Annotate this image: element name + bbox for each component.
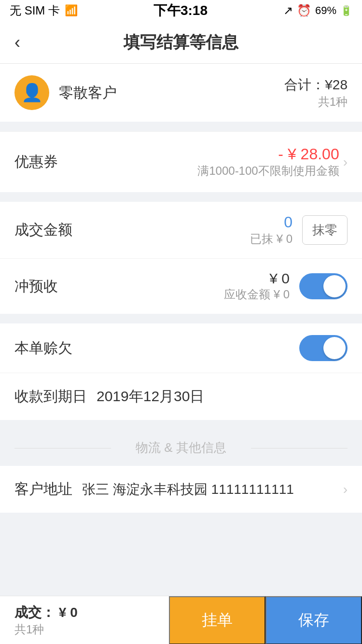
logistics-divider: 物流 & 其他信息 — [0, 430, 362, 466]
nav-bar: ‹ 填写结算等信息 — [0, 21, 362, 64]
credit-row: 本单赊欠 — [0, 323, 362, 373]
coupon-row[interactable]: 优惠券 - ¥ 28.00 满1000-100不限制使用金额 › — [0, 131, 362, 192]
address-left: 客户地址 张三 海淀永丰科技园 11111111111 — [14, 479, 294, 499]
status-left: 无 SIM 卡 📶 — [10, 3, 78, 18]
address-row[interactable]: 客户地址 张三 海淀永丰科技园 11111111111 › — [0, 466, 362, 513]
credit-toggle[interactable] — [299, 335, 348, 361]
prepay-amount: ¥ 0 — [224, 270, 290, 287]
prepay-right: ¥ 0 应收金额 ¥ 0 — [224, 270, 348, 302]
deal-amount-wrapper: 0 已抹 ¥ 0 — [250, 213, 292, 247]
deal-right: 0 已抹 ¥ 0 抹零 — [250, 213, 348, 247]
carrier-label: 无 SIM 卡 — [10, 3, 60, 18]
pending-button[interactable]: 挂单 — [169, 596, 265, 644]
coupon-label: 优惠券 — [14, 152, 58, 172]
credit-toggle-knob — [323, 337, 346, 359]
coupon-right: - ¥ 28.00 满1000-100不限制使用金额 — [197, 145, 339, 179]
due-date-value: 2019年12月30日 — [97, 387, 204, 406]
deal-section: 成交金额 0 已抹 ¥ 0 抹零 冲预收 ¥ 0 应收金额 ¥ 0 — [0, 202, 362, 314]
coupon-section: 优惠券 - ¥ 28.00 满1000-100不限制使用金额 › — [0, 131, 362, 192]
deal-deducted: 已抹 ¥ 0 — [250, 231, 292, 247]
save-button[interactable]: 保存 — [265, 596, 362, 644]
customer-name: 零散客户 — [59, 83, 117, 103]
chevron-right-icon: › — [343, 154, 348, 170]
due-date-label: 收款到期日 — [14, 387, 87, 406]
coupon-amount: - ¥ 28.00 — [197, 145, 339, 163]
coupon-desc: 满1000-100不限制使用金额 — [197, 163, 339, 179]
divider-text: 物流 & 其他信息 — [136, 440, 226, 455]
page-title: 填写结算等信息 — [124, 31, 238, 54]
address-value: 张三 海淀永丰科技园 11111111111 — [82, 480, 294, 499]
customer-row: 👤 零散客户 合计：¥28 共1种 — [0, 64, 362, 122]
customer-left: 👤 零散客户 — [14, 75, 117, 110]
deal-amount-label: 成交金额 — [14, 220, 72, 240]
avatar-icon: 👤 — [21, 83, 43, 103]
battery-label: 69% — [315, 4, 336, 17]
address-label: 客户地址 — [14, 479, 72, 499]
bottom-deal: 成交： ¥ 0 — [14, 603, 154, 622]
avatar: 👤 — [14, 75, 49, 110]
bottom-count: 共1种 — [14, 622, 154, 637]
deal-amount-row: 成交金额 0 已抹 ¥ 0 抹零 — [0, 202, 362, 258]
bottom-summary: 成交： ¥ 0 共1种 — [0, 603, 169, 637]
location-icon: ↗ — [283, 4, 293, 17]
deal-amount-value: 0 — [250, 213, 292, 231]
credit-section: 本单赊欠 收款到期日 2019年12月30日 — [0, 323, 362, 420]
prepay-receivable: 应收金额 ¥ 0 — [224, 287, 290, 302]
alarm-icon: ⏰ — [297, 4, 311, 17]
customer-right: 合计：¥28 共1种 — [284, 76, 348, 110]
battery-icon: 🔋 — [340, 5, 352, 16]
credit-label: 本单赊欠 — [14, 338, 72, 358]
customer-section: 👤 零散客户 合计：¥28 共1种 — [0, 64, 362, 122]
total-label: 合计：¥28 — [284, 76, 348, 94]
status-time: 下午3:18 — [153, 1, 208, 20]
content: 👤 零散客户 合计：¥28 共1种 优惠券 - ¥ 28.00 满1000-10… — [0, 64, 362, 619]
back-button[interactable]: ‹ — [14, 32, 20, 53]
wifi-icon: 📶 — [65, 4, 78, 17]
address-section: 客户地址 张三 海淀永丰科技园 11111111111 › — [0, 466, 362, 513]
prepay-row: 冲预收 ¥ 0 应收金额 ¥ 0 — [0, 258, 362, 314]
total-count: 共1种 — [284, 94, 348, 110]
prepay-toggle[interactable] — [299, 273, 348, 299]
due-date-row: 收款到期日 2019年12月30日 — [0, 373, 362, 420]
bottom-deal-label: 成交： — [14, 605, 55, 620]
status-bar: 无 SIM 卡 📶 下午3:18 ↗ ⏰ 69% 🔋 — [0, 0, 362, 21]
status-right: ↗ ⏰ 69% 🔋 — [283, 4, 352, 17]
prepay-label: 冲预收 — [14, 277, 58, 296]
address-chevron-icon: › — [343, 482, 348, 497]
bottom-bar: 成交： ¥ 0 共1种 挂单 保存 — [0, 596, 362, 644]
toggle-knob — [323, 275, 346, 297]
round-off-button[interactable]: 抹零 — [302, 215, 348, 245]
bottom-deal-amount: ¥ 0 — [59, 605, 78, 620]
prepay-amounts: ¥ 0 应收金额 ¥ 0 — [224, 270, 290, 302]
